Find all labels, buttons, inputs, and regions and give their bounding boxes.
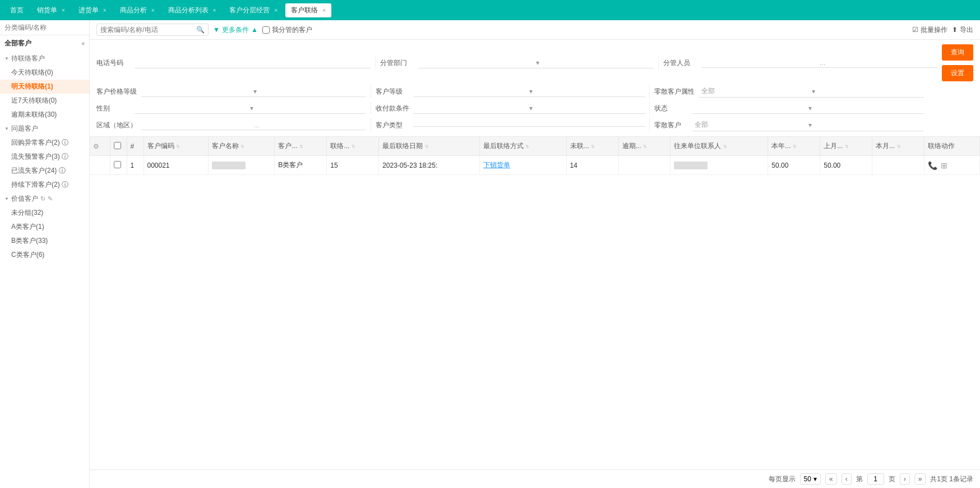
sidebar-item-week[interactable]: 近7天待联络(0) xyxy=(0,94,89,108)
sort-customer-name-icon[interactable]: ⇅ xyxy=(241,144,244,149)
th-actions: 联络动作 xyxy=(924,137,980,156)
dept-select[interactable]: ▾ xyxy=(418,58,654,68)
batch-ops-btn[interactable]: ☑ 批量操作 xyxy=(912,25,947,35)
sidebar-item-churned[interactable]: 已流失客户(24) ⓘ xyxy=(0,164,89,178)
price-level-select[interactable]: ▾ xyxy=(141,86,366,97)
nav-home[interactable]: 首页 xyxy=(4,3,29,17)
close-customer-tier-icon[interactable]: × xyxy=(274,7,278,13)
nav-goods-list[interactable]: 商品分析列表 × xyxy=(163,3,222,17)
region-select[interactable]: … xyxy=(141,121,366,130)
close-customer-contact-icon[interactable]: × xyxy=(322,7,326,13)
close-sales-icon[interactable]: × xyxy=(62,7,65,13)
sort-last-month-icon[interactable]: ⇅ xyxy=(845,144,849,149)
column-settings-icon[interactable]: ⚙ xyxy=(93,142,99,150)
payment-field: 收付款条件 ▾ xyxy=(376,103,645,114)
nav-goods-analysis[interactable]: 商品分析 × xyxy=(114,3,160,17)
sort-this-month-icon[interactable]: ⇅ xyxy=(897,144,901,149)
last-contact-method-link[interactable]: 下销货单 xyxy=(483,161,510,169)
row-last-contact-method: 下销货单 xyxy=(480,156,566,175)
chevron-up-icon: ▲ xyxy=(251,26,258,34)
edit-icon[interactable]: ✎ xyxy=(48,195,53,202)
sort-last-contact-date-icon[interactable]: ⇅ xyxy=(425,144,429,149)
sidebar-search-input[interactable] xyxy=(4,24,89,31)
row-last-month: 50.00 xyxy=(820,156,872,175)
sidebar-item-class-b[interactable]: B类客户(33) xyxy=(0,234,89,248)
manager-select[interactable]: … xyxy=(701,58,937,68)
phone-input[interactable] xyxy=(135,58,371,68)
th-customer-name: 客户名称 ⇅ xyxy=(209,137,275,156)
sidebar-item-overdue[interactable]: 逾期未联络(30) xyxy=(0,108,89,122)
payment-chevron-icon: ▾ xyxy=(529,104,642,112)
sort-this-year-icon[interactable]: ⇅ xyxy=(793,144,797,149)
manager-dots-icon[interactable]: … xyxy=(820,59,935,66)
row-customer-code: 000021 xyxy=(144,156,209,175)
region-dots-icon[interactable]: … xyxy=(253,122,363,128)
phone-action-icon[interactable]: 📞 xyxy=(928,161,937,170)
prev-page-btn[interactable]: ‹ xyxy=(842,473,852,485)
retail-customer-chevron-icon: ▾ xyxy=(808,121,922,129)
top-nav: 首页 销货单 × 进货单 × 商品分析 × 商品分析列表 × 客户分层经营 × … xyxy=(0,0,980,20)
sort-contacts-icon[interactable]: ⇅ xyxy=(352,144,355,149)
query-button[interactable]: 查询 xyxy=(942,44,973,61)
my-customers-checkbox-label[interactable]: 我分管的客户 xyxy=(262,25,312,35)
grid-action-icon[interactable]: ⊞ xyxy=(941,161,947,170)
collapse-icon[interactable]: « xyxy=(81,40,85,47)
sidebar-item-declining[interactable]: 持续下滑客户(2) ⓘ xyxy=(0,178,89,192)
sidebar-search-bar: 🔍 xyxy=(0,20,89,35)
nav-purchase[interactable]: 进货单 × xyxy=(73,3,112,17)
page-size-select[interactable]: 50 ▾ xyxy=(800,473,821,485)
row-checkbox[interactable] xyxy=(114,161,121,168)
next-page-btn[interactable]: › xyxy=(900,473,910,485)
first-page-btn[interactable]: « xyxy=(825,473,837,485)
sort-uncontacted-icon[interactable]: ⇅ xyxy=(591,144,595,149)
sidebar-item-tomorrow[interactable]: 明天待联络(1) xyxy=(0,80,89,94)
retail-attr-select[interactable]: 全部 ▾ xyxy=(699,85,924,98)
sidebar-item-ungrouped[interactable]: 未分组(32) xyxy=(0,206,89,220)
gender-select[interactable]: ▾ xyxy=(135,103,366,114)
sidebar-item-repurchase[interactable]: 回购异常客户(2) ⓘ xyxy=(0,136,89,150)
retail-customer-select[interactable]: 全部 ▾ xyxy=(692,119,924,131)
customer-table: ⚙ # 客户编码 ⇅ 客户名称 ⇅ xyxy=(90,137,980,175)
select-all-checkbox[interactable] xyxy=(114,142,121,149)
row-this-year: 50.00 xyxy=(768,156,820,175)
status-select[interactable]: ▾ xyxy=(692,103,924,114)
customer-level-select[interactable]: ▾ xyxy=(414,86,645,97)
sidebar-item-churn-warn[interactable]: 流失预警客户(3) ⓘ xyxy=(0,150,89,164)
last-page-btn[interactable]: » xyxy=(914,473,926,485)
close-goods-list-icon[interactable]: × xyxy=(213,7,216,13)
customer-level-field: 客户等级 ▾ xyxy=(376,86,645,97)
sidebar-item-class-a[interactable]: A类客户(1) xyxy=(0,220,89,234)
sort-unit-contact-icon[interactable]: ⇅ xyxy=(723,144,727,149)
all-customers-header[interactable]: 全部客户 « xyxy=(0,35,89,52)
payment-select[interactable]: ▾ xyxy=(414,103,645,114)
sidebar-item-today[interactable]: 今天待联络(0) xyxy=(0,66,89,80)
sort-customer-type-icon[interactable]: ⇅ xyxy=(299,144,303,149)
sidebar: 🔍 全部客户 « 待联络客户 今天待联络(0) 明天待联络(1) 近7天待联络(… xyxy=(0,20,90,488)
settings-button[interactable]: 设置 xyxy=(942,65,973,81)
value-customer-group[interactable]: 价值客户 ↻ ✎ xyxy=(0,192,89,206)
pending-contact-group[interactable]: 待联络客户 xyxy=(0,52,89,66)
export-btn[interactable]: ⬆ 导出 xyxy=(952,25,973,35)
refresh-icon[interactable]: ↻ xyxy=(40,195,45,202)
th-customer-type: 客户... ⇅ xyxy=(275,137,327,156)
search-input[interactable] xyxy=(100,26,194,34)
nav-customer-tier[interactable]: 客户分层经营 × xyxy=(224,3,283,17)
sort-last-contact-method-icon[interactable]: ⇅ xyxy=(525,144,529,149)
nav-customer-contact[interactable]: 客户联络 × xyxy=(285,3,331,17)
row-contacts: 15 xyxy=(327,156,379,175)
sort-customer-code-icon[interactable]: ⇅ xyxy=(176,144,180,149)
nav-sales[interactable]: 销货单 × xyxy=(31,3,71,17)
customer-type-select[interactable] xyxy=(414,124,645,127)
page-number-input[interactable] xyxy=(867,473,884,485)
sort-overdue-icon[interactable]: ⇅ xyxy=(643,144,647,149)
search-icon[interactable]: 🔍 xyxy=(196,26,205,34)
sidebar-item-class-c[interactable]: C类客户(6) xyxy=(0,248,89,262)
my-customers-checkbox[interactable] xyxy=(262,26,270,34)
problem-customer-group[interactable]: 问题客户 xyxy=(0,122,89,136)
row-settings-cell xyxy=(90,156,110,175)
filter-icon: ▼ xyxy=(213,26,220,34)
th-last-contact-method: 最后联络方式 ⇅ xyxy=(480,137,566,156)
more-conditions-btn[interactable]: ▼ 更多条件 ▲ xyxy=(213,25,258,35)
close-goods-analysis-icon[interactable]: × xyxy=(151,7,155,13)
close-purchase-icon[interactable]: × xyxy=(103,7,107,13)
